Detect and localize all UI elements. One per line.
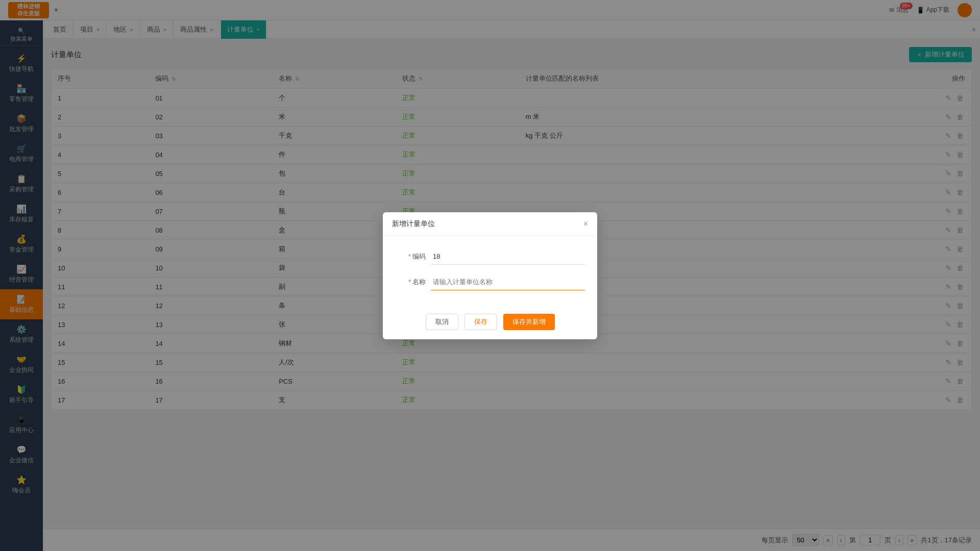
modal-overlay[interactable]: 新增计量单位 × 编码 名称 取消 保存 保存并新增 (0, 0, 980, 551)
modal-close-button[interactable]: × (583, 220, 588, 228)
modal-footer: 取消 保存 保存并新增 (383, 308, 597, 339)
form-row-code: 编码 (395, 248, 585, 265)
modal-body: 编码 名称 (383, 236, 597, 308)
code-label: 编码 (395, 252, 426, 261)
form-row-name: 名称 (395, 274, 585, 290)
cancel-button[interactable]: 取消 (426, 314, 458, 330)
save-button[interactable]: 保存 (464, 314, 497, 330)
modal-title: 新增计量单位 (392, 219, 435, 229)
name-label: 名称 (395, 278, 426, 287)
add-unit-modal: 新增计量单位 × 编码 名称 取消 保存 保存并新增 (383, 212, 597, 339)
code-input[interactable] (431, 248, 585, 265)
name-input[interactable] (431, 274, 585, 290)
modal-header: 新增计量单位 × (383, 212, 597, 236)
save-and-new-button[interactable]: 保存并新增 (503, 314, 555, 330)
